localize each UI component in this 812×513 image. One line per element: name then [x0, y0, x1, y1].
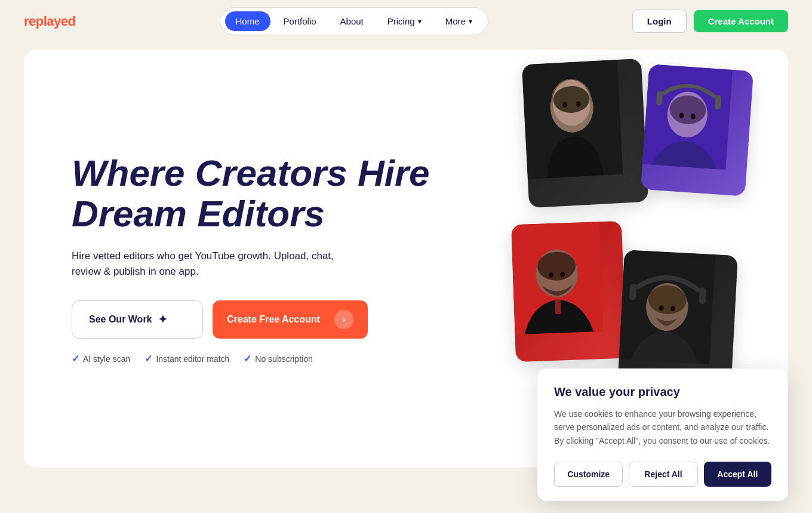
accept-all-button[interactable]: Accept All [704, 462, 771, 487]
nav-pricing[interactable]: Pricing ▾ [377, 11, 432, 31]
nav-right: Login Create Account [632, 10, 788, 33]
hero-buttons: See Our Work ✦ Create Free Account › [72, 300, 466, 339]
cookie-buttons: Customize Reject All Accept All [554, 462, 771, 487]
hero-left: Where Creators Hire Dream Editors Hire v… [24, 117, 502, 400]
navbar: replayed Home Portfolio About Pricing ▾ … [0, 0, 812, 42]
editor-card-3 [511, 221, 626, 362]
feature-ai-scan: ✓ AI style scan [72, 353, 130, 364]
editor-card-1 [522, 59, 648, 208]
logo[interactable]: replayed [24, 14, 76, 29]
arrow-right-icon: › [334, 310, 353, 329]
feature-no-subscription: ✓ No subscription [244, 353, 313, 364]
reject-all-button[interactable]: Reject All [629, 462, 697, 487]
hero-title: Where Creators Hire Dream Editors [72, 153, 466, 234]
nav-more[interactable]: More ▾ [435, 11, 483, 31]
editor-portrait-3 [511, 222, 603, 334]
create-free-account-button[interactable]: Create Free Account › [213, 300, 368, 339]
hero-subtitle: Hire vetted editors who get YouTube grow… [72, 248, 358, 279]
svg-rect-8 [656, 91, 663, 106]
checkmark-icon: ✓ [244, 353, 251, 364]
chevron-down-icon: ▾ [418, 17, 422, 26]
checkmark-icon: ✓ [72, 353, 79, 364]
feature-editor-match: ✓ Instant editor match [144, 353, 229, 364]
editor-card-2 [641, 64, 753, 196]
nav-links: Home Portfolio About Pricing ▾ More ▾ [220, 7, 488, 35]
chevron-down-icon: ▾ [469, 17, 472, 26]
login-button[interactable]: Login [632, 10, 687, 33]
nav-home[interactable]: Home [225, 11, 270, 31]
svg-rect-9 [715, 95, 721, 110]
brand-name: replayed [24, 14, 76, 29]
customize-button[interactable]: Customize [554, 462, 623, 487]
editor-portrait-2 [642, 64, 733, 170]
editor-portrait-4 [619, 250, 715, 364]
features-list: ✓ AI style scan ✓ Instant editor match ✓… [72, 353, 466, 364]
nav-portfolio[interactable]: Portfolio [273, 11, 327, 31]
editor-portrait-1 [522, 60, 623, 179]
see-our-work-button[interactable]: See Our Work ✦ [72, 300, 203, 339]
cookie-banner: We value your privacy We use cookies to … [537, 368, 788, 501]
sparkle-icon: ✦ [158, 313, 167, 326]
cookie-title: We value your privacy [554, 385, 771, 399]
create-account-button[interactable]: Create Account [694, 10, 788, 32]
svg-rect-19 [555, 299, 561, 314]
cookie-text: We use cookies to enhance your browsing … [554, 407, 771, 447]
checkmark-icon: ✓ [144, 353, 152, 364]
nav-about[interactable]: About [330, 11, 374, 31]
